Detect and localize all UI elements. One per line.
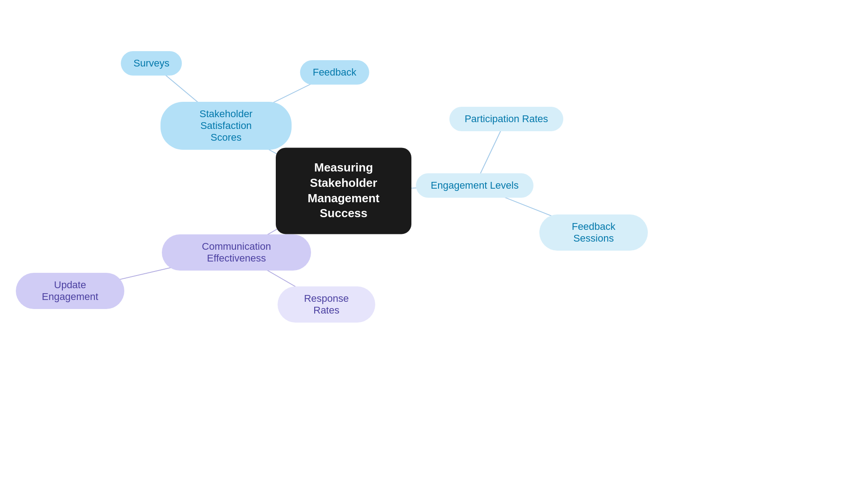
feedback-sessions-label: Feedback Sessions bbox=[552, 221, 635, 244]
engagement-levels-node: Engagement Levels bbox=[416, 173, 533, 198]
feedback-label: Feedback bbox=[313, 67, 357, 78]
update-engagement-label: Update Engagement bbox=[28, 279, 112, 303]
participation-rates-node: Participation Rates bbox=[449, 107, 563, 131]
participation-rates-label: Participation Rates bbox=[465, 113, 548, 125]
feedback-node: Feedback bbox=[300, 60, 369, 85]
response-rates-node: Response Rates bbox=[278, 286, 375, 323]
stakeholder-satisfaction-label: Stakeholder SatisfactionScores bbox=[173, 108, 279, 143]
engagement-levels-label: Engagement Levels bbox=[431, 180, 519, 191]
center-node: Measuring StakeholderManagement Success bbox=[276, 147, 411, 234]
stakeholder-satisfaction-node: Stakeholder SatisfactionScores bbox=[160, 102, 292, 150]
feedback-sessions-node: Feedback Sessions bbox=[539, 214, 648, 251]
surveys-node: Surveys bbox=[121, 51, 182, 76]
response-rates-label: Response Rates bbox=[290, 293, 363, 316]
communication-effectiveness-label: Communication Effectiveness bbox=[175, 241, 298, 264]
mindmap-canvas: Measuring StakeholderManagement Success … bbox=[0, 0, 868, 490]
update-engagement-node: Update Engagement bbox=[16, 273, 124, 309]
center-node-label: Measuring StakeholderManagement Success bbox=[296, 160, 392, 221]
surveys-label: Surveys bbox=[133, 57, 169, 69]
communication-effectiveness-node: Communication Effectiveness bbox=[162, 234, 311, 271]
